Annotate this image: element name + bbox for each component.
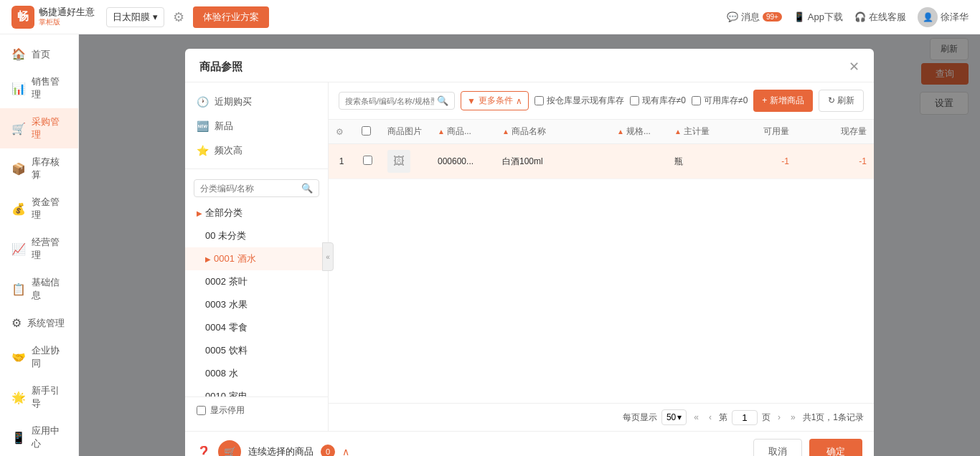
th-name[interactable]: ▲ 商品名称 (495, 120, 610, 144)
search-btn-icon[interactable]: 🔍 (437, 95, 448, 106)
row-select-checkbox[interactable] (363, 156, 372, 165)
check-by-warehouse[interactable] (534, 96, 544, 105)
th-spec[interactable]: ▲ 规格... (610, 120, 667, 144)
help-icon[interactable]: ❓ (197, 445, 211, 457)
row-checkbox[interactable] (354, 144, 380, 179)
page-next-btn[interactable]: › (775, 411, 783, 424)
sidebar-item-home[interactable]: 🏠 首页 (0, 40, 78, 68)
th-unit[interactable]: ▲ 主计量 (667, 120, 725, 144)
category-all[interactable]: ▶ 全部分类 (185, 201, 328, 224)
row-stock: -1 (796, 144, 874, 179)
category-label-0004: 0004 零食 (205, 322, 248, 333)
sidebar-label-inventory: 库存核算 (32, 156, 67, 181)
sidebar-label-finance: 资金管理 (32, 196, 67, 222)
check-usable-label[interactable]: 可用库存≠0 (692, 95, 748, 107)
row-name: 白酒100ml (495, 144, 610, 179)
refresh-btn[interactable]: ↻ 刷新 (819, 90, 864, 112)
th-code[interactable]: ▲ 商品... (430, 120, 495, 144)
settings-icon[interactable]: ⚙ (336, 127, 344, 137)
category-search-input[interactable] (200, 184, 301, 194)
guide-icon: 🌟 (11, 391, 26, 404)
layout: 🏠 首页 📊 销售管理 🛒 采购管理 📦 库存核算 💰 资金管理 📈 经营管理 … (0, 34, 980, 456)
finance-icon: 💰 (11, 202, 26, 216)
sidebar-label-purchase: 采购管理 (32, 115, 67, 141)
sort-unit-icon: ▲ (674, 128, 682, 136)
search-icon[interactable]: 🔍 (301, 183, 313, 194)
add-product-btn[interactable]: + 新增商品 (753, 90, 812, 112)
category-search-box: 🔍 (194, 179, 319, 197)
user-item[interactable]: 👤 徐泽华 (918, 7, 969, 27)
category-item-0001[interactable]: ▶ 0001 酒水 (185, 247, 328, 270)
row-unit: 瓶 (667, 144, 725, 179)
check-by-warehouse-label[interactable]: 按仓库显示现有库存 (534, 95, 624, 107)
page-number-input[interactable] (732, 410, 758, 425)
th-name-label: 商品名称 (512, 125, 546, 138)
inventory-icon: 📦 (11, 162, 26, 176)
page-last-btn[interactable]: » (788, 411, 798, 424)
online-service-item[interactable]: 🎧 在线客服 (854, 11, 906, 24)
th-settings[interactable]: ⚙ (329, 120, 354, 144)
product-search-input[interactable] (345, 97, 434, 105)
experience-btn[interactable]: 体验行业方案 (193, 6, 269, 28)
category-item-0008[interactable]: 0008 水 (185, 362, 328, 385)
per-page-dropdown-icon: ▾ (677, 412, 682, 422)
filter-icon: ▼ (467, 96, 476, 106)
tab-frequent[interactable]: ⭐ 频次高 (185, 138, 328, 163)
message-item[interactable]: 💬 消息 99+ (727, 11, 782, 24)
sidebar-item-operations[interactable]: 📈 经营管理 (0, 229, 78, 269)
check-usable-nonzero[interactable] (692, 96, 701, 105)
category-item-0003[interactable]: 0003 水果 (185, 293, 328, 316)
modal-title: 商品参照 (199, 60, 242, 74)
store-selector[interactable]: 日太阳膜 ▾ (106, 7, 164, 27)
tab-new-products[interactable]: 🆕 新品 (185, 114, 328, 138)
check-available-nonzero[interactable] (630, 96, 639, 105)
per-page-select[interactable]: 50 ▾ (661, 409, 687, 425)
sort-up-name-icon: ▲ (502, 128, 509, 136)
page-unit: 页 (762, 412, 771, 424)
logo-icon: 畅 (11, 6, 34, 29)
category-item-0005[interactable]: 0005 饮料 (185, 339, 328, 362)
select-all-checkbox[interactable] (362, 126, 371, 136)
sidebar-item-guide[interactable]: 🌟 新手引导 (0, 377, 78, 417)
page-first-btn[interactable]: « (691, 411, 702, 424)
category-item-00[interactable]: 00 未分类 (185, 224, 328, 247)
sidebar-label-basic: 基础信息 (32, 276, 67, 302)
collapse-up-icon[interactable]: ∧ (342, 446, 349, 456)
cancel-btn[interactable]: 取消 (753, 439, 802, 456)
sidebar-item-sales[interactable]: 📊 销售管理 (0, 68, 78, 108)
apps-icon: 📱 (11, 431, 26, 445)
enterprise-icon: 🤝 (11, 351, 26, 364)
sidebar-item-finance[interactable]: 💰 资金管理 (0, 189, 78, 229)
app-download-item[interactable]: 📱 App下载 (793, 11, 843, 24)
table-row[interactable]: 1 🖼 (329, 144, 874, 179)
footer-left: ❓ 🛒 连续选择的商品 0 ∧ (197, 440, 349, 456)
th-spec-label: 规格... (626, 125, 651, 138)
category-list: ▶ 全部分类 00 未分类 ▶ 0001 酒水 0002 茶叶 (185, 201, 328, 396)
sidebar-item-apps[interactable]: 📱 应用中心 (0, 417, 78, 456)
gear-icon[interactable]: ⚙ (173, 9, 184, 25)
confirm-btn[interactable]: 确定 (809, 439, 862, 456)
th-stock-label: 现存量 (841, 126, 867, 136)
chevron-left-icon: « (326, 253, 330, 261)
headset-icon: 🎧 (854, 11, 866, 22)
category-item-0004[interactable]: 0004 零食 (185, 316, 328, 339)
tab-recent-purchase[interactable]: 🕐 近期购买 (185, 90, 328, 114)
selected-count-badge: 0 (321, 445, 335, 456)
page-prev-btn[interactable]: ‹ (706, 411, 715, 424)
sidebar-item-basic-info[interactable]: 📋 基础信息 (0, 269, 78, 309)
category-item-0010[interactable]: 0010 家电 (185, 385, 328, 396)
sidebar-item-inventory[interactable]: 📦 库存核算 (0, 148, 78, 189)
collapse-panel-btn[interactable]: « (322, 242, 334, 271)
th-checkbox[interactable] (354, 120, 380, 144)
cart-icon[interactable]: 🛒 (218, 440, 241, 456)
check-available-label[interactable]: 现有库存≠0 (630, 95, 686, 107)
sidebar-item-purchase[interactable]: 🛒 采购管理 (0, 108, 78, 148)
category-item-0002[interactable]: 0002 茶叶 (185, 270, 328, 293)
close-icon[interactable]: ✕ (849, 59, 859, 75)
sidebar-item-system[interactable]: ⚙ 系统管理 (0, 309, 78, 337)
logo-area: 畅 畅捷通好生意 掌柜版 (11, 6, 98, 29)
filter-btn[interactable]: ▼ 更多条件 ∧ (461, 91, 529, 110)
th-image: 商品图片 (380, 120, 430, 144)
show-disabled-checkbox[interactable] (197, 406, 206, 415)
sidebar-item-enterprise[interactable]: 🤝 企业协同 (0, 337, 78, 377)
